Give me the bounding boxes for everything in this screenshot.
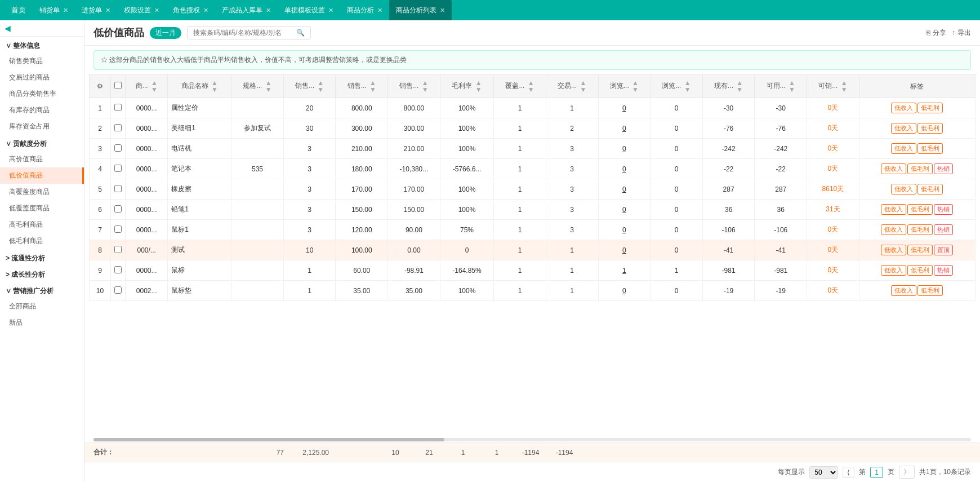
sidebar-item-high-margin[interactable]: 高毛利商品 bbox=[0, 216, 84, 233]
sidebar-group-liquidity[interactable]: > 流通性分析 bbox=[0, 249, 84, 266]
page-title: 低价值商品 bbox=[93, 26, 144, 39]
close-icon[interactable]: ✕ bbox=[203, 7, 208, 14]
sidebar-item-traded-products[interactable]: 交易过的商品 bbox=[0, 69, 84, 86]
sidebar-item-stock-capital[interactable]: 库存资金占用 bbox=[0, 118, 84, 135]
views-link[interactable]: 0 bbox=[622, 287, 626, 295]
search-icon[interactable]: 🔍 bbox=[296, 29, 305, 37]
row-checkbox[interactable] bbox=[114, 124, 122, 131]
row-checkbox[interactable] bbox=[114, 286, 122, 294]
nav-role-auth[interactable]: 角色授权 ✕ bbox=[166, 0, 215, 20]
share-button[interactable]: ⎘ 分享 bbox=[926, 28, 946, 38]
col-sales3[interactable]: 销售... ▲▼ bbox=[388, 75, 440, 98]
nav-home[interactable]: 首页 bbox=[5, 0, 33, 20]
cell-deals: 3 bbox=[546, 179, 598, 200]
row-checkbox[interactable] bbox=[114, 165, 122, 172]
close-icon[interactable]: ✕ bbox=[440, 7, 445, 14]
sidebar-group-growth[interactable]: > 成长性分析 bbox=[0, 266, 84, 282]
col-margin[interactable]: 毛利率 ▲▼ bbox=[440, 75, 494, 98]
row-checkbox[interactable] bbox=[114, 246, 122, 253]
nav-product-analysis[interactable]: 商品分析 ✕ bbox=[340, 0, 389, 20]
close-icon[interactable]: ✕ bbox=[377, 7, 382, 14]
sidebar-item-low-coverage[interactable]: 低覆盖度商品 bbox=[0, 200, 84, 216]
sidebar-item-high-value[interactable]: 高价值商品 bbox=[0, 151, 84, 167]
close-icon[interactable]: ✕ bbox=[266, 7, 271, 14]
col-views1[interactable]: 浏览... ▲▼ bbox=[598, 75, 651, 98]
views-link[interactable]: 0 bbox=[622, 206, 626, 214]
first-page-btn[interactable]: ⟨ bbox=[843, 467, 854, 478]
row-checkbox[interactable] bbox=[114, 205, 122, 213]
nav-permissions[interactable]: 权限设置 ✕ bbox=[117, 0, 166, 20]
row-checkbox[interactable] bbox=[114, 144, 122, 152]
scrollbar-thumb[interactable] bbox=[93, 438, 444, 441]
cell-checkbox[interactable] bbox=[111, 220, 126, 240]
cell-checkbox[interactable] bbox=[111, 281, 126, 301]
col-stock[interactable]: 现有... ▲▼ bbox=[702, 75, 755, 98]
col-settings[interactable]: ⚙ bbox=[90, 75, 111, 98]
cell-checkbox[interactable] bbox=[111, 118, 126, 139]
time-filter-badge[interactable]: 近一月 bbox=[150, 27, 181, 39]
cell-checkbox[interactable] bbox=[111, 179, 126, 200]
nav-purchase-order[interactable]: 进货单 ✕ bbox=[75, 0, 117, 20]
sidebar-item-all-products[interactable]: 全部商品 bbox=[0, 298, 84, 315]
cell-tags: 低收入低毛利 bbox=[859, 179, 975, 200]
sidebar-group-marketing[interactable]: ∨ 营销推广分析 bbox=[0, 282, 84, 298]
col-days[interactable]: 可销... ▲▼ bbox=[807, 75, 859, 98]
cell-checkbox[interactable] bbox=[111, 159, 126, 179]
page-size-label: 每页显示 bbox=[778, 467, 805, 477]
views-link[interactable]: 0 bbox=[622, 145, 626, 153]
close-icon[interactable]: ✕ bbox=[63, 7, 68, 14]
select-all-checkbox[interactable] bbox=[114, 82, 122, 89]
tag: 低收入 bbox=[891, 143, 916, 154]
views-link[interactable]: 0 bbox=[622, 104, 626, 112]
sidebar-item-new-products[interactable]: 新品 bbox=[0, 315, 84, 331]
col-views2[interactable]: 浏览... ▲▼ bbox=[651, 75, 703, 98]
sidebar-item-low-value[interactable]: 低价值商品 bbox=[0, 167, 84, 184]
nav-prod-stock[interactable]: 产成品入库单 ✕ bbox=[215, 0, 278, 20]
search-box[interactable]: 🔍 bbox=[187, 26, 311, 39]
row-checkbox[interactable] bbox=[114, 185, 122, 192]
col-deals[interactable]: 交易... ▲▼ bbox=[546, 75, 598, 98]
row-checkbox[interactable] bbox=[114, 225, 122, 233]
close-icon[interactable]: ✕ bbox=[105, 7, 110, 14]
views-link[interactable]: 0 bbox=[622, 125, 626, 132]
col-checkbox[interactable] bbox=[111, 75, 126, 98]
sidebar-item-high-coverage[interactable]: 高覆盖度商品 bbox=[0, 184, 84, 200]
col-avail[interactable]: 可用... ▲▼ bbox=[755, 75, 807, 98]
cell-deals: 3 bbox=[546, 200, 598, 220]
sidebar-collapse-btn[interactable]: ◀ bbox=[5, 24, 11, 33]
close-icon[interactable]: ✕ bbox=[154, 7, 159, 14]
horizontal-scrollbar[interactable] bbox=[93, 438, 971, 441]
col-coverage[interactable]: 覆盖... ▲▼ bbox=[494, 75, 546, 98]
nav-template[interactable]: 单据模板设置 ✕ bbox=[278, 0, 340, 20]
cell-checkbox[interactable] bbox=[111, 200, 126, 220]
views-link[interactable]: 0 bbox=[622, 165, 626, 173]
next-page-btn[interactable]: 〉 bbox=[899, 466, 915, 479]
cell-checkbox[interactable] bbox=[111, 260, 126, 281]
row-checkbox[interactable] bbox=[114, 104, 122, 111]
col-sales2[interactable]: 销售... ▲▼ bbox=[336, 75, 388, 98]
close-icon[interactable]: ✕ bbox=[328, 7, 333, 14]
col-spec[interactable]: 规格... ▲▼ bbox=[231, 75, 284, 98]
export-button[interactable]: ↑ 导出 bbox=[952, 28, 971, 38]
nav-sales-order[interactable]: 销货单 ✕ bbox=[33, 0, 75, 20]
views-link[interactable]: 1 bbox=[622, 267, 626, 275]
nav-product-analysis-list[interactable]: 商品分析列表 ✕ bbox=[389, 0, 452, 20]
views-link[interactable]: 0 bbox=[622, 246, 626, 254]
views-link[interactable]: 0 bbox=[622, 226, 626, 234]
cell-checkbox[interactable] bbox=[111, 240, 126, 260]
col-sales1[interactable]: 销售... ▲▼ bbox=[283, 75, 336, 98]
sidebar-item-low-margin[interactable]: 低毛利商品 bbox=[0, 233, 84, 249]
col-name[interactable]: 商品名称 ▲▼ bbox=[168, 75, 231, 98]
sidebar-item-stock-products[interactable]: 有库存的商品 bbox=[0, 102, 84, 118]
sidebar-item-category-rate[interactable]: 商品分类销售率 bbox=[0, 86, 84, 102]
page-size-select[interactable]: 50 100 bbox=[809, 466, 838, 479]
row-checkbox[interactable] bbox=[114, 266, 122, 273]
cell-checkbox[interactable] bbox=[111, 139, 126, 159]
views-link[interactable]: 0 bbox=[622, 185, 626, 193]
cell-checkbox[interactable] bbox=[111, 98, 126, 118]
sidebar-item-sales-products[interactable]: 销售类商品 bbox=[0, 53, 84, 69]
col-code[interactable]: 商... ▲▼ bbox=[126, 75, 168, 98]
sidebar-group-contribution[interactable]: ∨ 贡献度分析 bbox=[0, 135, 84, 151]
search-input[interactable] bbox=[193, 29, 293, 37]
sidebar-group-overall[interactable]: ∨ 整体信息 bbox=[0, 37, 84, 53]
